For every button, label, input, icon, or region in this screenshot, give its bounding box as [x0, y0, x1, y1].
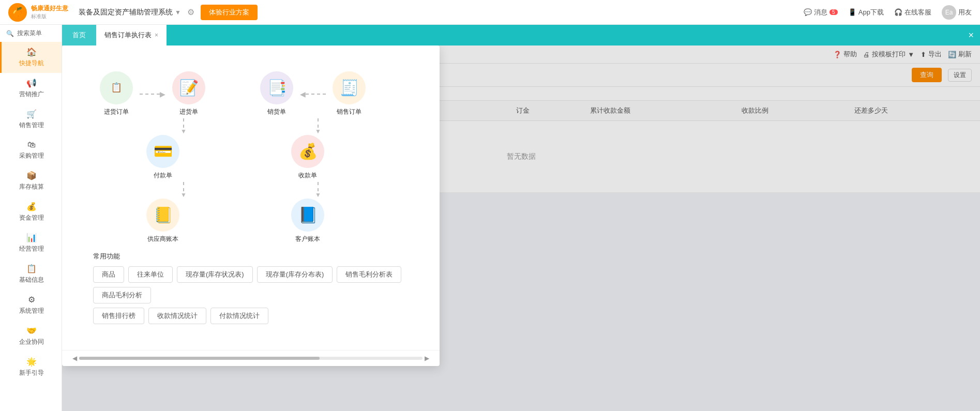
v-arrowhead3: ▼ — [180, 191, 187, 199]
node-sales-bill: 📑 销货单 — [253, 71, 300, 116]
online-service-button[interactable]: 🎧 在线客服 — [894, 8, 931, 17]
sidebar: 🔍 搜索菜单 🏠 快捷导航 📢 营销推广 🛒 销售管理 🛍 采购管理 📦 — [0, 25, 62, 411]
close-all-tabs-icon[interactable]: × — [968, 30, 974, 40]
svg-text:📘: 📘 — [298, 206, 318, 224]
finance-icon: 💰 — [26, 202, 37, 211]
flow-diagram: 📋 进货订单 ▶ — [83, 61, 419, 334]
sidebar-item-basic-info[interactable]: 📋 基础信息 — [0, 258, 62, 290]
service-icon: 🎧 — [894, 8, 902, 16]
enterprise-icon: 🤝 — [26, 326, 37, 336]
circle-purchase-bill: 📝 — [172, 71, 205, 104]
logo-subtitle: 标准版 — [31, 13, 68, 20]
v-arrow-purchase: ▼ — [160, 118, 207, 135]
sidebar-item-purchase[interactable]: 🛍 采购管理 — [0, 135, 62, 165]
sidebar-item-label: 营销推广 — [19, 90, 44, 99]
func-btn-3[interactable]: 现存量(库存分布表) — [257, 266, 333, 283]
node-payment: 💳 付款单 — [140, 135, 186, 180]
circle-sales-bill: 📑 — [260, 71, 293, 104]
search-menu-item[interactable]: 🔍 搜索菜单 — [0, 25, 62, 42]
sidebar-item-system[interactable]: ⚙ 系统管理 — [0, 290, 62, 321]
sidebar-item-quick-nav[interactable]: 🏠 快捷导航 — [0, 42, 62, 73]
func-btn-4[interactable]: 销售毛利分析表 — [337, 266, 401, 283]
trial-button[interactable]: 体验行业方案 — [201, 5, 258, 20]
func-btn-row2-1[interactable]: 收款情况统计 — [148, 308, 206, 324]
function-buttons: 商品往来单位现存量(库存状况表)现存量(库存分布表)销售毛利分析表商品毛利分析 — [93, 266, 409, 303]
sidebar-item-guide[interactable]: 🌟 新手引导 — [0, 352, 62, 383]
circle-payment: 💳 — [146, 135, 179, 168]
v-arrow-receipt: ▼ — [295, 182, 341, 199]
phone-icon: 📱 — [848, 8, 856, 16]
user-label: 用友 — [958, 8, 972, 17]
message-label: 消息 — [814, 8, 827, 17]
guide-icon: 🌟 — [26, 357, 37, 367]
label-sales-bill: 销货单 — [267, 108, 286, 116]
online-service-label: 在线客服 — [904, 8, 931, 17]
sidebar-item-marketing[interactable]: 📢 营销推广 — [0, 73, 62, 104]
sales-icon: 🛒 — [26, 109, 37, 119]
system-title: 装备及固定资产辅助管理系统 — [79, 8, 173, 17]
func-btn-5[interactable]: 商品毛利分析 — [93, 287, 151, 303]
arrow-h2: ◀ — [300, 90, 326, 98]
message-icon: 💬 — [804, 8, 812, 16]
v-line1 — [183, 118, 184, 128]
scroll-left-icon[interactable]: ◀ — [72, 355, 77, 362]
message-button[interactable]: 💬 消息 5 — [804, 8, 838, 17]
func-btn-row2-2[interactable]: 付款情况统计 — [210, 308, 268, 324]
user-menu[interactable]: Ea 用友 — [942, 5, 972, 20]
basic-info-icon: 📋 — [26, 264, 37, 273]
sidebar-item-sales[interactable]: 🛒 销售管理 — [0, 104, 62, 135]
v-line4 — [318, 182, 319, 191]
node-sales-order: 🧾 销售订单 — [326, 71, 372, 116]
sidebar-item-label: 销售管理 — [19, 121, 44, 130]
svg-text:🧾: 🧾 — [340, 79, 359, 97]
sidebar-item-label: 库存核算 — [19, 182, 44, 191]
app-download-label: App下载 — [858, 8, 884, 17]
label-sales-order: 销售订单 — [337, 108, 361, 116]
message-badge: 5 — [830, 9, 838, 15]
sidebar-item-finance[interactable]: 💰 资金管理 — [0, 196, 62, 227]
logo-icon: 🍊 — [8, 3, 27, 22]
node-receipt: 💰 收款单 — [284, 135, 331, 180]
arrow-h1: ▶ — [140, 90, 165, 98]
func-btn-row2-0[interactable]: 销售排行榜 — [93, 308, 144, 324]
tab-sales-order[interactable]: 销售订单执行表 × — [96, 25, 167, 45]
row5: 📒 供应商账本 📘 — [93, 199, 409, 243]
marketing-icon: 📢 — [26, 78, 37, 88]
search-menu-label: 搜索菜单 — [17, 29, 42, 38]
scroll-track[interactable] — [79, 357, 423, 360]
func-btn-1[interactable]: 往来单位 — [128, 266, 173, 283]
inventory-icon: 📦 — [26, 171, 37, 180]
scroll-thumb — [79, 357, 320, 360]
node-customer-ledger: 📘 客户账本 — [284, 199, 331, 243]
v-arrowhead2: ▼ — [315, 128, 321, 135]
content-main: ❓ 帮助 🖨 按模板打印 ▼ ⬆ 导出 🔄 刷新 — [62, 45, 980, 411]
tab-home[interactable]: 首页 — [62, 25, 96, 45]
operation-icon: 📊 — [26, 233, 37, 242]
gear-button[interactable]: ⚙ — [187, 7, 194, 17]
row3: 💳 付款单 💰 — [93, 135, 409, 180]
sidebar-item-label: 经营管理 — [19, 245, 44, 253]
app-download-button[interactable]: 📱 App下载 — [848, 8, 884, 17]
sidebar-item-label: 系统管理 — [19, 307, 44, 315]
modal-overlay: 📋 进货订单 ▶ — [62, 45, 980, 411]
node-supplier-ledger: 📒 供应商账本 — [140, 199, 186, 243]
tab-bar-end: × — [968, 30, 980, 41]
func-btn-2[interactable]: 现存量(库存状况表) — [177, 266, 253, 283]
logo-title: 畅康通好生意 — [31, 4, 68, 13]
sidebar-item-label: 基础信息 — [19, 276, 44, 284]
label-supplier-ledger: 供应商账本 — [147, 235, 178, 243]
sidebar-item-operation[interactable]: 📊 经营管理 — [0, 227, 62, 258]
func-btn-0[interactable]: 商品 — [93, 266, 124, 283]
search-icon: 🔍 — [6, 30, 14, 37]
common-functions: 常用功能 商品往来单位现存量(库存状况表)现存量(库存分布表)销售毛利分析表商品… — [93, 252, 409, 324]
tab-close-icon[interactable]: × — [155, 32, 158, 39]
logo-area: 🍊 畅康通好生意 标准版 — [8, 3, 70, 22]
dropdown-arrow-icon[interactable]: ▼ — [175, 9, 181, 16]
circle-receipt: 💰 — [291, 135, 324, 168]
scroll-right-icon[interactable]: ▶ — [425, 355, 429, 362]
sidebar-item-inventory[interactable]: 📦 库存核算 — [0, 165, 62, 196]
avatar: Ea — [942, 5, 956, 20]
system-icon: ⚙ — [28, 295, 35, 305]
sidebar-item-enterprise[interactable]: 🤝 企业协同 — [0, 321, 62, 352]
topbar-right: 💬 消息 5 📱 App下载 🎧 在线客服 Ea 用友 — [804, 5, 972, 20]
